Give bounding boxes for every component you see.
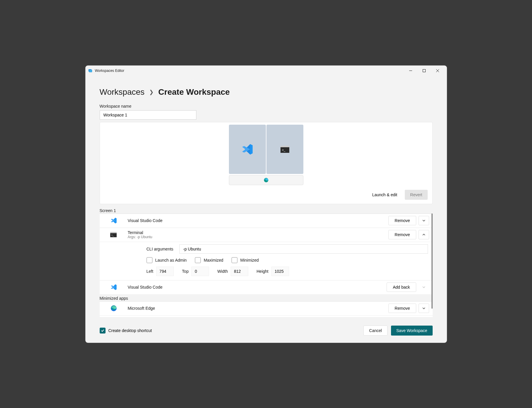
screen-section-label: Screen 1 <box>100 208 433 213</box>
height-label: Height <box>256 269 268 274</box>
svg-rect-7 <box>281 146 289 147</box>
terminal-details: CLI arguments Launch as Admin Maximized … <box>100 242 433 280</box>
breadcrumb-current: Create Workspace <box>158 87 230 97</box>
maximized-checkbox[interactable] <box>195 257 201 263</box>
scrollbar[interactable] <box>431 214 433 317</box>
chevron-down-icon <box>422 307 426 310</box>
remove-button[interactable]: Remove <box>388 216 416 225</box>
app-row-vscode: Visual Studio Code Remove <box>100 214 433 228</box>
titlebar: Workspaces Editor <box>86 66 447 76</box>
app-subtitle: Args: -p Ubuntu <box>128 235 389 239</box>
revert-button: Revert <box>405 190 427 200</box>
svg-text:>_: >_ <box>111 234 114 236</box>
close-button[interactable] <box>431 66 444 76</box>
create-shortcut-checkbox[interactable] <box>100 328 106 333</box>
expand-button[interactable] <box>419 216 429 225</box>
save-workspace-button[interactable]: Save Workspace <box>391 326 433 336</box>
maximize-button[interactable] <box>417 66 431 76</box>
preview-tile-edge[interactable] <box>229 175 303 185</box>
height-input[interactable] <box>271 267 289 276</box>
width-input[interactable] <box>231 267 248 276</box>
cancel-button[interactable]: Cancel <box>363 326 387 336</box>
top-input[interactable] <box>191 267 209 276</box>
svg-text:>_: >_ <box>282 148 285 152</box>
expand-button[interactable] <box>419 304 429 313</box>
expand-button-disabled <box>419 282 429 292</box>
window: Workspaces Editor Workspaces ❯ Create Wo… <box>86 66 447 343</box>
left-label: Left <box>147 269 153 274</box>
breadcrumb-root[interactable]: Workspaces <box>100 87 145 97</box>
app-title: Terminal <box>128 230 389 235</box>
minimized-label: Minimized <box>240 258 259 263</box>
preview-tile-terminal[interactable]: >_ <box>266 125 303 174</box>
remove-button[interactable]: Remove <box>388 304 416 313</box>
minimized-checkbox[interactable] <box>232 257 237 263</box>
chevron-down-icon <box>422 219 426 222</box>
launch-as-admin-checkbox[interactable] <box>147 257 152 263</box>
vscode-icon <box>241 143 254 156</box>
footer: Create desktop shortcut Cancel Save Work… <box>100 320 433 336</box>
top-label: Top <box>182 269 189 274</box>
layout-preview: >_ Launch & edit Revert <box>100 122 433 204</box>
chevron-up-icon <box>422 233 426 236</box>
remove-button[interactable]: Remove <box>388 230 416 239</box>
maximized-label: Maximized <box>204 258 223 263</box>
terminal-icon: >_ <box>281 146 289 153</box>
workspace-name-input[interactable] <box>100 110 196 120</box>
app-title: Microsoft Edge <box>128 306 389 311</box>
app-row-edge: Microsoft Edge Remove <box>100 301 433 315</box>
workspace-name-label: Workspace name <box>100 104 433 109</box>
app-title: Visual Studio Code <box>128 285 387 290</box>
minimized-section-label: Minimized apps <box>100 296 433 301</box>
breadcrumb: Workspaces ❯ Create Workspace <box>100 87 433 97</box>
app-icon <box>88 68 93 73</box>
add-back-button[interactable]: Add back <box>387 282 416 292</box>
left-input[interactable] <box>156 267 174 276</box>
vscode-icon <box>104 217 128 224</box>
width-label: Width <box>217 269 228 274</box>
svg-rect-3 <box>423 69 425 72</box>
app-title: Visual Studio Code <box>128 218 389 223</box>
app-row-vscode-removed: Visual Studio Code Add back <box>100 280 433 294</box>
app-row-terminal: >_ Terminal Args: -p Ubuntu Remove <box>100 228 433 242</box>
chevron-down-icon <box>422 285 426 289</box>
terminal-icon: >_ <box>104 232 128 237</box>
svg-rect-12 <box>110 232 117 233</box>
app-list: Visual Studio Code Remove >_ Terminal Ar… <box>100 214 433 294</box>
window-title: Workspaces Editor <box>95 69 124 73</box>
create-shortcut-label: Create desktop shortcut <box>108 328 152 333</box>
collapse-button[interactable] <box>419 230 429 239</box>
preview-tile-vscode[interactable] <box>229 125 266 174</box>
launch-as-admin-label: Launch as Admin <box>155 258 187 263</box>
chevron-right-icon: ❯ <box>149 89 154 95</box>
edge-icon <box>264 177 269 183</box>
checkmark-icon <box>101 329 104 332</box>
cli-args-input[interactable] <box>179 244 428 254</box>
vscode-icon <box>104 284 128 291</box>
svg-rect-1 <box>89 70 92 72</box>
launch-edit-button[interactable]: Launch & edit <box>367 190 403 200</box>
minimize-button[interactable] <box>404 66 417 76</box>
cli-args-label: CLI arguments <box>147 247 175 251</box>
edge-icon <box>104 305 128 312</box>
